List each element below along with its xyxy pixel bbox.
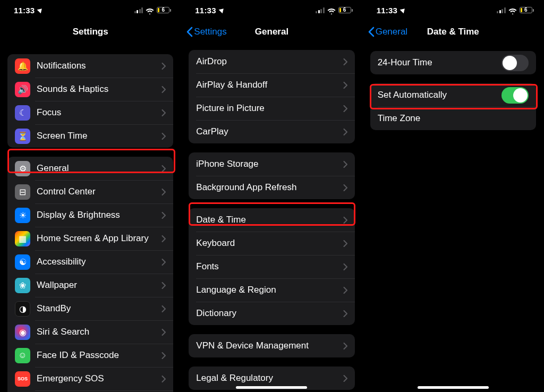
chevron-right-icon: [343, 263, 347, 270]
row-notifications[interactable]: 🔔 Notifications: [7, 54, 173, 78]
row-carplay[interactable]: CarPlay: [189, 120, 354, 143]
toggle-set-automatically[interactable]: [502, 87, 529, 104]
chevron-right-icon: [162, 212, 166, 219]
wifi-icon: [146, 7, 154, 13]
bell-icon: 🔔: [15, 58, 30, 74]
row-label: 24-Hour Time: [378, 57, 502, 68]
row-background-app-refresh[interactable]: Background App Refresh: [189, 176, 354, 199]
row-date-time[interactable]: Date & Time: [189, 208, 354, 232]
row-airdrop[interactable]: AirDrop: [189, 50, 354, 73]
status-time: 11:33: [377, 6, 397, 15]
switches-icon: ⊟: [15, 184, 30, 200]
speaker-icon: 🔊: [15, 82, 30, 97]
cellular-signal-icon: [134, 7, 143, 13]
row-control-center[interactable]: ⊟ Control Center: [7, 180, 173, 203]
row-dictionary[interactable]: Dictionary: [189, 302, 354, 325]
chevron-right-icon: [343, 129, 347, 135]
chevron-right-icon: [162, 235, 166, 242]
status-bar: 11:33 6: [363, 0, 543, 20]
sun-icon: ☀: [15, 208, 30, 223]
chevron-right-icon: [343, 184, 347, 191]
chevron-right-icon: [343, 343, 347, 350]
chevron-right-icon: [162, 133, 166, 140]
back-label: General: [376, 27, 407, 37]
row-keyboard[interactable]: Keyboard: [189, 232, 354, 255]
row-fonts[interactable]: Fonts: [189, 255, 354, 278]
row-language-region[interactable]: Language & Region: [189, 278, 354, 302]
row-label: Face ID & Passcode: [37, 350, 162, 361]
row-label: Set Automatically: [378, 90, 502, 100]
standby-icon: ◑: [15, 301, 30, 317]
row-accessibility[interactable]: ☯ Accessibility: [7, 250, 173, 274]
general-group-3: Date & Time Keyboard Fonts Language & Re…: [189, 208, 354, 325]
battery-icon: 6: [157, 7, 171, 13]
row-airplay-handoff[interactable]: AirPlay & Handoff: [189, 73, 354, 97]
home-indicator[interactable]: [418, 386, 489, 389]
back-label: Settings: [194, 27, 226, 37]
chevron-right-icon: [162, 165, 166, 172]
toggle-24hour[interactable]: [502, 55, 529, 71]
row-label: General: [37, 163, 162, 174]
row-label: Wallpaper: [37, 280, 162, 291]
row-label: VPN & Device Management: [196, 340, 343, 351]
row-screen-time[interactable]: ⏳ Screen Time: [7, 124, 173, 148]
gear-icon: ⚙: [15, 161, 30, 176]
chevron-right-icon: [162, 376, 166, 382]
chevron-right-icon: [343, 310, 347, 317]
row-face-id-passcode[interactable]: ☺ Face ID & Passcode: [7, 344, 173, 367]
chevron-right-icon: [343, 217, 347, 224]
row-iphone-storage[interactable]: iPhone Storage: [189, 152, 354, 176]
accessibility-icon: ☯: [15, 254, 30, 270]
row-focus[interactable]: ☾ Focus: [7, 101, 173, 124]
status-bar: 11:33 6: [181, 0, 362, 20]
row-label: Time Zone: [378, 113, 529, 124]
settings-screen: 11:33 6 Settings 🔔 Notifications 🔊 Sound…: [0, 0, 181, 392]
row-label: Language & Region: [196, 285, 343, 295]
row-sounds-haptics[interactable]: 🔊 Sounds & Haptics: [7, 78, 173, 101]
chevron-right-icon: [162, 282, 166, 289]
page-title: Settings: [73, 27, 108, 37]
chevron-right-icon: [343, 240, 347, 247]
row-set-automatically[interactable]: Set Automatically: [370, 83, 536, 107]
row-label: Accessibility: [37, 257, 162, 267]
back-button[interactable]: Settings: [186, 27, 226, 37]
chevron-right-icon: [162, 109, 166, 116]
row-picture-in-picture[interactable]: Picture in Picture: [189, 97, 354, 120]
row-label: CarPlay: [196, 126, 343, 137]
nav-header: General Date & Time: [363, 20, 543, 44]
battery-icon: 6: [520, 7, 534, 13]
row-24hour[interactable]: 24-Hour Time: [370, 51, 536, 74]
general-group-2: iPhone Storage Background App Refresh: [189, 152, 354, 199]
row-wallpaper[interactable]: ❀ Wallpaper: [7, 274, 173, 297]
faceid-icon: ☺: [15, 348, 30, 363]
row-standby[interactable]: ◑ StandBy: [7, 297, 173, 320]
row-label: Background App Refresh: [196, 182, 343, 193]
chevron-right-icon: [343, 58, 347, 65]
row-timezone[interactable]: Time Zone: [370, 107, 536, 130]
datetime-screen: 11:33 6 General Date & Time 24-Hour Time…: [363, 0, 544, 392]
row-label: Date & Time: [196, 215, 343, 225]
cellular-signal-icon: [497, 7, 506, 13]
row-siri-search[interactable]: ◉ Siri & Search: [7, 320, 173, 344]
page-title: General: [255, 27, 288, 37]
hourglass-icon: ⏳: [15, 129, 30, 144]
settings-group-2: ⚙ General ⊟ Control Center ☀ Display & B…: [7, 157, 173, 392]
nav-header: Settings: [0, 20, 181, 44]
wifi-icon: [508, 7, 517, 13]
row-home-screen-app-library[interactable]: ▦ Home Screen & App Library: [7, 227, 173, 250]
row-general[interactable]: ⚙ General: [7, 157, 173, 180]
home-indicator[interactable]: [236, 386, 307, 389]
row-label: iPhone Storage: [196, 159, 343, 169]
general-group-4: VPN & Device Management: [189, 334, 354, 357]
chevron-left-icon: [186, 27, 193, 37]
row-vpn-device-management[interactable]: VPN & Device Management: [189, 334, 354, 357]
row-emergency-sos[interactable]: SOS Emergency SOS: [7, 367, 173, 390]
chevron-right-icon: [343, 82, 347, 89]
row-label: Display & Brightness: [37, 210, 162, 220]
page-title: Date & Time: [427, 27, 479, 37]
back-button[interactable]: General: [368, 27, 407, 37]
chevron-right-icon: [162, 86, 166, 93]
row-display-brightness[interactable]: ☀ Display & Brightness: [7, 203, 173, 227]
row-label: Sounds & Haptics: [37, 84, 162, 95]
chevron-right-icon: [162, 329, 166, 336]
